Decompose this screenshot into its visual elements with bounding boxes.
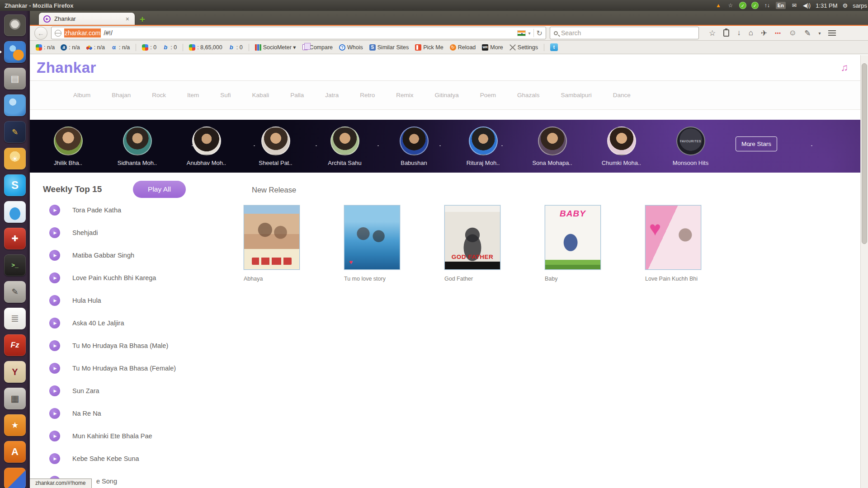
seo-metric[interactable]: b : 0 (162, 44, 177, 51)
star-item[interactable]: FAVOURITES Monsoon Hits (656, 120, 725, 173)
category-nav-item[interactable]: Rock (152, 92, 166, 99)
album-cover-art[interactable] (344, 205, 400, 270)
category-nav-item[interactable]: Item (187, 92, 199, 99)
seo-toolbar-button[interactable]: SocioMeter ▾ (255, 44, 296, 51)
track-row[interactable]: Aska 40 Le Jaljira (43, 312, 237, 334)
track-row[interactable]: Hula Hula (43, 289, 237, 312)
category-nav-item[interactable]: Retro (360, 92, 375, 99)
launcher-icon[interactable]: ★ (4, 414, 26, 436)
seo-toolbar-button[interactable]: S Similar Sites (369, 44, 409, 51)
seo-metric[interactable]: : n/a (36, 44, 55, 51)
track-row[interactable]: Love Pain Kuchh Bhi Karega (43, 267, 237, 289)
track-play-icon[interactable] (49, 340, 60, 351)
tab-close-icon[interactable]: × (125, 15, 130, 23)
category-nav-item[interactable]: Kabali (252, 92, 269, 99)
seo-toolbar-button[interactable]: Settings (509, 44, 538, 51)
star-avatar[interactable] (469, 127, 498, 155)
track-play-icon[interactable] (49, 363, 60, 374)
launcher-icon[interactable]: ≣ (4, 308, 26, 329)
track-play-icon[interactable] (49, 295, 60, 306)
more-stars-button[interactable]: More Stars (736, 136, 777, 151)
track-title[interactable]: Shehjadi (72, 229, 98, 236)
category-nav-item[interactable]: Ghazals (517, 92, 540, 99)
category-nav-item[interactable]: Bhajan (112, 92, 131, 99)
seo-metric[interactable]: α : n/a (111, 44, 130, 51)
star-item[interactable]: Sona Mohapa.. (518, 120, 587, 173)
tray-icon[interactable]: En (776, 2, 786, 9)
track-title[interactable]: Tu Mo Hrudaya Ra Bhasa (Female) (72, 365, 176, 372)
album-card[interactable]: Love Pain Kuchh Bhi (645, 205, 701, 282)
seo-toolbar-button[interactable]: Compare (302, 44, 333, 51)
seo-metric[interactable]: a : n/a (61, 44, 80, 51)
star-item[interactable]: Anubhav Moh.. (172, 120, 241, 173)
category-nav-item[interactable]: Sufi (220, 92, 231, 99)
album-cover-art[interactable]: BABY (545, 205, 601, 270)
track-title[interactable]: Sun Zara (72, 387, 99, 394)
track-row[interactable]: Matiba Gabbar Singh (43, 244, 237, 267)
star-item[interactable]: Jhilik Bha.. (33, 120, 103, 173)
seo-toolbar-button[interactable]: ↻ Reload (450, 44, 476, 51)
track-title[interactable]: Aska 40 Le Jaljira (72, 319, 124, 327)
vertical-scrollbar[interactable] (860, 55, 868, 488)
star-item[interactable]: Sheetal Pat.. (241, 120, 310, 173)
launcher-icon[interactable]: Y (4, 361, 26, 383)
seo-toolbar-button[interactable]: Pick Me (415, 44, 443, 51)
toolbar-icon[interactable] (723, 29, 729, 37)
track-title[interactable]: e Song (96, 478, 117, 485)
launcher-icon[interactable] (4, 41, 26, 63)
toolbar-icon[interactable]: ✎ (804, 28, 811, 38)
album-card[interactable]: GOD FATHER God Father (444, 205, 500, 282)
toolbar-icon[interactable]: ••• (775, 31, 781, 36)
track-title[interactable]: Na Re Na (72, 410, 101, 417)
launcher-icon[interactable]: A (4, 441, 26, 463)
album-cover-art[interactable] (645, 205, 701, 270)
launcher-icon[interactable] (4, 14, 26, 36)
category-nav-item[interactable]: Palla (290, 92, 304, 99)
tray-icon[interactable]: ↑↓ (764, 1, 771, 9)
launcher-icon[interactable]: ▦ (4, 388, 26, 409)
star-item[interactable]: Rituraj Moh.. (448, 120, 518, 173)
launcher-icon[interactable]: >_ (4, 254, 26, 276)
track-play-icon[interactable] (49, 431, 60, 441)
album-card[interactable]: BABY Baby (545, 205, 601, 282)
track-title[interactable]: Mun Kahinki Ete Bhala Pae (72, 432, 152, 440)
twitter-icon[interactable]: t (550, 43, 558, 51)
scrollbar-thumb[interactable] (862, 63, 867, 244)
category-nav-item[interactable]: Album (73, 92, 90, 99)
toolbar-icon[interactable]: ✈ (761, 28, 767, 38)
india-flag-icon[interactable] (517, 30, 526, 36)
track-play-icon[interactable] (49, 453, 60, 464)
track-play-icon[interactable] (49, 385, 60, 396)
seo-toolbar-button[interactable]: WR More (482, 44, 503, 51)
track-row[interactable]: Tu Mo Hrudaya Ra Bhasa (Female) (43, 357, 237, 380)
track-play-icon[interactable] (49, 318, 60, 328)
track-row[interactable]: Na Re Na (43, 402, 237, 425)
site-logo[interactable]: Zhankar (37, 59, 96, 76)
star-avatar[interactable] (400, 127, 429, 155)
star-avatar[interactable] (261, 127, 290, 155)
toolbar-icon[interactable]: ⌂ (749, 28, 753, 38)
track-play-icon[interactable] (49, 272, 60, 283)
tray-icon[interactable]: ✓ (739, 2, 746, 9)
new-tab-button[interactable]: + (135, 14, 150, 25)
album-card[interactable]: Tu mo love story (344, 205, 400, 282)
launcher-icon[interactable]: ✚ (4, 228, 26, 249)
tray-icon[interactable]: ◀)) (803, 1, 811, 9)
url-dropdown-caret-icon[interactable]: ▾ (528, 31, 531, 36)
search-bar[interactable] (550, 27, 699, 39)
tray-icon[interactable]: ✉ (791, 1, 798, 9)
launcher-icon[interactable]: ✎ (4, 281, 26, 303)
star-avatar[interactable] (192, 127, 221, 155)
tray-icon[interactable]: ▲ (715, 1, 722, 9)
toolbar-icon[interactable]: ↓ (737, 28, 741, 38)
track-title[interactable]: Tora Pade Katha (72, 206, 121, 214)
track-play-icon[interactable] (49, 227, 60, 238)
star-avatar[interactable] (538, 127, 567, 155)
launcher-icon[interactable]: Fz (4, 334, 26, 356)
clock[interactable]: 1:31 PM (816, 2, 837, 9)
tray-icon[interactable]: ☆ (727, 1, 734, 9)
launcher-icon[interactable] (4, 94, 26, 116)
category-nav-item[interactable]: Jatra (325, 92, 339, 99)
track-row[interactable]: Tora Pade Katha (43, 199, 237, 221)
star-item[interactable]: Chumki Moha.. (587, 120, 656, 173)
